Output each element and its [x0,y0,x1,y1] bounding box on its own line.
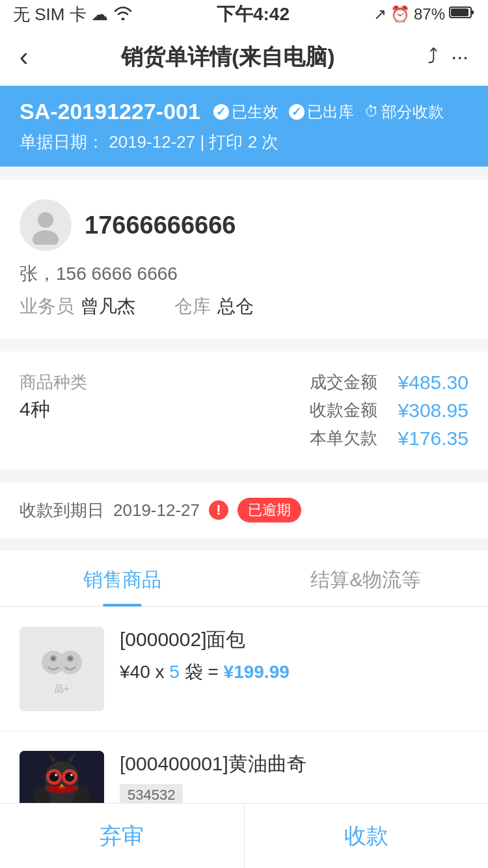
bottom-bar: 弃审 收款 [0,803,488,868]
amount-row: 成交金额 ¥485.30 [310,371,468,394]
tabs-container: 销售商品 结算&物流等 [0,551,488,607]
svg-point-19 [65,772,74,781]
clock-icon: ⏱ [364,103,379,120]
product-info-1: [0000002]面包 ¥40 x 5 袋 = ¥199.99 [120,627,468,685]
location-icon: ↗ [373,5,386,23]
order-badges: ✓ 已生效 ✓ 已出库 ⏱ 部分收款 [213,102,444,122]
svg-point-11 [69,657,72,660]
svg-point-3 [38,212,53,228]
due-label: 收款到期日 [20,499,104,522]
battery-level: 87% [414,5,445,23]
svg-text:品+: 品+ [55,683,69,694]
svg-point-18 [49,772,59,781]
nav-left: ‹ [20,42,28,72]
svg-point-20 [55,774,57,776]
alarm-icon: ⏰ [390,5,410,23]
confirm-button[interactable]: 收款 [245,804,489,868]
balance-row: 本单欠款 ¥176.35 [310,427,468,450]
order-id: SA-20191227-001 [20,99,200,124]
customer-phone: 17666666666 [85,211,236,239]
product-thumbnail-1: 品+ [20,627,104,711]
due-date: 2019-12-27 [113,500,200,521]
tab-settlement[interactable]: 结算&物流等 [244,551,488,606]
check-icon-activated: ✓ [213,104,229,120]
status-bar: 无 SIM 卡 ☁ 下午4:42 ↗ ⏰ 87% [0,0,488,29]
warehouse: 仓库 总仓 [174,294,254,319]
svg-point-4 [33,230,59,245]
customer-name-phone: 张，156 6666 6666 [20,262,468,286]
nav-bar: ‹ 销货单详情(来自电脑) ⤴ ··· [0,29,488,86]
product-name-2: [000400001]黄油曲奇 [120,751,468,778]
svg-point-21 [70,774,73,776]
svg-point-10 [52,657,55,660]
wifi-icon [113,5,133,25]
battery-icon [449,5,475,23]
order-date-line: 单据日期： 2019-12-27 | 打印 2 次 [20,131,468,154]
stats-left: 商品种类 4种 [20,371,87,423]
received-row: 收款金额 ¥308.95 [310,399,468,422]
due-section: 收款到期日 2019-12-27 ! 已逾期 [0,482,488,538]
check-icon-shipped: ✓ [289,104,305,120]
cancel-button[interactable]: 弃审 [0,804,245,868]
status-left: 无 SIM 卡 ☁ [13,3,133,26]
customer-meta: 业务员 曾凡杰 仓库 总仓 [20,294,468,319]
badge-partial: ⏱ 部分收款 [364,102,444,122]
stats-right: 成交金额 ¥485.30 收款金额 ¥308.95 本单欠款 ¥176.35 [310,371,468,450]
product-price-1: ¥40 x 5 袋 = ¥199.99 [120,660,468,685]
nav-right: ⤴ ··· [427,45,468,69]
more-button[interactable]: ··· [451,45,468,69]
customer-avatar [20,199,72,251]
product-item: 品+ [0000002]面包 ¥40 x 5 袋 = ¥199.99 [0,607,488,731]
back-button[interactable]: ‹ [20,42,28,72]
page-title: 销货单详情(来自电脑) [121,42,335,72]
svg-rect-1 [471,10,474,14]
overdue-badge: 已逾期 [237,498,301,522]
stats-section: 商品种类 4种 成交金额 ¥485.30 收款金额 ¥308.95 本单欠款 ¥… [0,351,488,469]
badge-activated: ✓ 已生效 [213,102,278,122]
customer-section: 17666666666 张，156 6666 6666 业务员 曾凡杰 仓库 总… [0,180,488,338]
share-button[interactable]: ⤴ [427,45,438,69]
overdue-warning-icon: ! [209,500,228,520]
svg-point-7 [59,651,82,674]
order-header: SA-20191227-001 ✓ 已生效 ✓ 已出库 ⏱ 部分收款 单据日期：… [0,86,488,167]
status-time: 下午4:42 [217,2,290,27]
tab-sales-products[interactable]: 销售商品 [0,551,244,606]
status-right: ↗ ⏰ 87% [373,5,475,23]
sim-status: 无 SIM 卡 ☁ [13,3,108,26]
product-name-1: [0000002]面包 [120,627,468,653]
sales-person: 业务员 曾凡杰 [20,294,135,319]
badge-shipped: ✓ 已出库 [289,102,354,122]
svg-rect-2 [451,8,468,16]
